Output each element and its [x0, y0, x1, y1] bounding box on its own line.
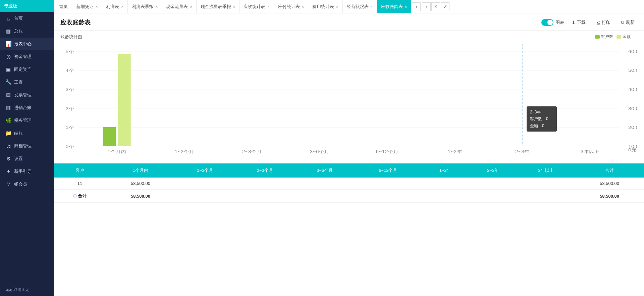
- tab-nav-prev[interactable]: ‹: [412, 2, 421, 11]
- download-button[interactable]: ⬇ 下载: [569, 18, 588, 27]
- tab-profit-quarter[interactable]: 利润表季报 ×: [128, 0, 162, 13]
- col-y1-2: 1~2年: [421, 163, 469, 178]
- sidebar-item-label: 设置: [14, 156, 23, 162]
- tab-ar-stats[interactable]: 应收统计表 ×: [239, 0, 274, 13]
- col-total: 合计: [575, 163, 644, 178]
- total-m3-6: [295, 190, 355, 203]
- assets-icon: ▣: [5, 66, 11, 72]
- legend-amount-dot: [616, 35, 621, 39]
- sidebar-item-member[interactable]: V 畅会员: [0, 178, 54, 191]
- ledger-icon: ▦: [5, 28, 11, 34]
- tab-label: 现金流量表: [166, 4, 188, 10]
- sidebar-item-invoice[interactable]: ▤ 发票管理: [0, 89, 54, 101]
- sidebar-logo: 专业版: [0, 0, 54, 12]
- total-y1-2: [421, 190, 469, 203]
- svg-text:1个月内: 1个月内: [107, 149, 126, 154]
- svg-text:60,000.00元: 60,000.00元: [628, 49, 637, 54]
- inventory-icon: ▥: [5, 105, 11, 111]
- sidebar-item-salary[interactable]: 🔧 工资: [0, 76, 54, 89]
- cell-customer: 11: [54, 178, 106, 190]
- tab-label: 应付统计表: [278, 4, 300, 10]
- svg-text:40,000.00元: 40,000.00元: [628, 87, 637, 92]
- sidebar-item-label: 结账: [14, 130, 23, 136]
- header-actions: 图表 ⬇ 下载 🖨 打印 ↻ 刷新: [541, 18, 637, 27]
- download-label: 下载: [577, 19, 586, 26]
- sidebar-item-inventory[interactable]: ▥ 进销台账: [0, 101, 54, 114]
- tab-cashflow[interactable]: 现金流量表 ×: [162, 0, 196, 13]
- main-area: 首页 新增凭证 × 利润表 × 利润表季报 × 现金流量表 × 现金流量表季报 …: [54, 0, 644, 296]
- tab-close-all-button[interactable]: ✕: [431, 2, 440, 11]
- sidebar-item-archive[interactable]: 🗂 归档管理: [0, 140, 54, 152]
- tab-close-icon[interactable]: ×: [267, 5, 269, 9]
- tab-close-icon[interactable]: ×: [156, 5, 158, 9]
- sidebar-pin-toggle[interactable]: ◀◀ 取消固定: [0, 284, 54, 296]
- cell-m1: 58,500.00: [106, 178, 175, 190]
- cell-m1-2: [175, 178, 235, 190]
- tab-close-icon[interactable]: ×: [405, 5, 407, 9]
- tab-close-icon[interactable]: ×: [371, 5, 373, 9]
- toggle-track[interactable]: [541, 19, 553, 26]
- sidebar-item-label: 总账: [14, 28, 23, 34]
- svg-text:0个: 0个: [66, 144, 74, 149]
- svg-text:5个: 5个: [66, 49, 74, 54]
- legend-amount: 金额: [616, 34, 631, 40]
- sidebar-item-label: 固定资产: [14, 66, 32, 72]
- sidebar-item-guide[interactable]: ✦ 新手引导: [0, 165, 54, 178]
- sidebar-item-ledger[interactable]: ▦ 总账: [0, 25, 54, 38]
- tab-new-voucher[interactable]: 新增凭证 ×: [72, 0, 102, 13]
- sidebar-item-settings[interactable]: ⚙ 设置: [0, 152, 54, 165]
- sidebar-item-close[interactable]: 📁 结账: [0, 127, 54, 140]
- pin-icon: ◀◀: [5, 288, 11, 292]
- sidebar-item-reports[interactable]: 📊 报表中心: [0, 38, 54, 50]
- svg-text:4个: 4个: [66, 68, 74, 73]
- sidebar-item-tax[interactable]: 🌿 税务管理: [0, 114, 54, 127]
- member-icon: V: [5, 182, 11, 187]
- total-y2-3: [469, 190, 517, 203]
- sidebar-item-label: 新手引导: [14, 168, 32, 175]
- chart-toggle[interactable]: 图表: [541, 19, 564, 26]
- tab-close-icon[interactable]: ×: [96, 5, 98, 9]
- print-button[interactable]: 🖨 打印: [593, 18, 613, 27]
- svg-text:1~2年: 1~2年: [447, 149, 462, 154]
- col-m6-12: 6~12个月: [355, 163, 421, 178]
- total-label: 合计: [78, 193, 87, 199]
- funds-icon: ◎: [5, 54, 11, 60]
- sidebar-item-home[interactable]: ⌂ 首页: [0, 12, 54, 25]
- sidebar-item-label: 进销台账: [14, 105, 32, 111]
- tab-home[interactable]: 首页: [55, 0, 72, 13]
- tab-close-icon[interactable]: ×: [121, 5, 123, 9]
- tab-cashflow-quarter[interactable]: 现金流量表季报 ×: [197, 0, 239, 13]
- cell-m6-12: [355, 178, 421, 190]
- tab-profit[interactable]: 利润表 ×: [102, 0, 127, 13]
- sidebar-item-assets[interactable]: ▣ 固定资产: [0, 63, 54, 76]
- tab-close-icon[interactable]: ×: [190, 5, 192, 9]
- tab-expand-button[interactable]: ⤢: [441, 2, 449, 11]
- tab-label: 现金流量表季报: [201, 4, 231, 10]
- close-accounts-icon: 📁: [5, 130, 11, 136]
- pin-label: 取消固定: [13, 287, 30, 293]
- total-label-cell: ⬡ 合计: [54, 190, 106, 203]
- refresh-label: 刷新: [626, 19, 635, 26]
- sidebar-item-label: 归档管理: [14, 143, 32, 149]
- total-icon: ⬡: [73, 194, 76, 198]
- refresh-button[interactable]: ↻ 刷新: [618, 18, 637, 27]
- tab-nav-next[interactable]: ›: [422, 2, 431, 11]
- archive-icon: 🗂: [5, 143, 11, 149]
- sidebar-item-funds[interactable]: ◎ 资金管理: [0, 50, 54, 63]
- salary-icon: 🔧: [5, 79, 11, 85]
- tab-operations[interactable]: 经营状况表 ×: [343, 0, 377, 13]
- download-icon: ⬇: [572, 20, 576, 25]
- tab-ap-stats[interactable]: 应付统计表 ×: [274, 0, 308, 13]
- tab-expense-stats[interactable]: 费用统计表 ×: [308, 0, 342, 13]
- sidebar-item-label: 工资: [14, 79, 23, 85]
- data-table: 客户 1个月内 1~2个月 2~3个月 3~6个月 6~12个月 1~2年 2~…: [54, 163, 644, 203]
- tab-label: 利润表: [106, 4, 119, 10]
- tab-close-icon[interactable]: ×: [233, 5, 235, 9]
- svg-text:30,000.00元: 30,000.00元: [628, 106, 637, 111]
- tab-close-icon[interactable]: ×: [302, 5, 304, 9]
- legend-customer-count: 客户数: [595, 34, 613, 40]
- sidebar-item-label: 税务管理: [14, 117, 32, 124]
- tab-ar-aging[interactable]: 应收账龄表 ×: [377, 0, 411, 13]
- svg-text:2~3个月: 2~3个月: [242, 149, 262, 154]
- tab-close-icon[interactable]: ×: [336, 5, 338, 9]
